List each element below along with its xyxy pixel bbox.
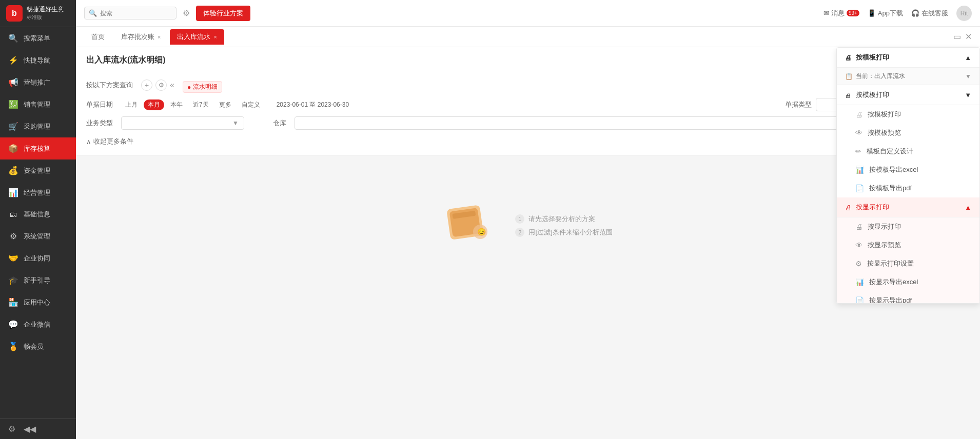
display-print-section-icon: 🖨	[845, 204, 852, 211]
inventory-icon: 📦	[8, 144, 18, 153]
display-excel-icon: 📊	[855, 278, 864, 286]
template-print-item[interactable]: 🖨 按模板打印	[837, 105, 979, 124]
sidebar-item-marketing[interactable]: 📢 营销推广	[0, 71, 76, 93]
tab-flow-close[interactable]: ×	[213, 34, 217, 40]
date-opt-custom[interactable]: 自定义	[238, 99, 264, 110]
customer-service-btn[interactable]: 🎧 在线客服	[911, 9, 948, 18]
wechat-icon: 💬	[8, 320, 18, 329]
sidebar-item-label: 快捷导航	[24, 56, 50, 65]
date-opt-lastmonth[interactable]: 上月	[121, 99, 142, 110]
app-logo-icon: b	[6, 5, 23, 22]
page-title: 出入库流水(流水明细)	[86, 55, 166, 66]
app-badge: 标准版	[27, 14, 64, 21]
display-preview-item[interactable]: 👁 按显示预览	[837, 236, 979, 254]
sidebar-item-operations[interactable]: 📊 经营管理	[0, 182, 76, 204]
template-print-section-header[interactable]: 🖨 按模板打印 ▼	[837, 85, 979, 105]
chevron-down-icon: ▼	[965, 73, 971, 80]
print-section-icon: 🖨	[845, 91, 852, 99]
print-item-icon: 🖨	[855, 110, 863, 118]
template-preview-item[interactable]: 👁 按模板预览	[837, 124, 979, 142]
sidebar-item-label: 资金管理	[24, 166, 50, 175]
settings-bottom-icon[interactable]: ⚙	[8, 424, 15, 434]
tab-flow[interactable]: 出入库流水 ×	[170, 29, 224, 45]
voucher-type-label: 单据类型	[785, 100, 812, 109]
chevron-up-icon[interactable]: ▲	[965, 54, 971, 62]
sidebar-item-appstore[interactable]: 🏪 应用中心	[0, 291, 76, 313]
topbar-gear-icon[interactable]: ⚙	[183, 8, 190, 18]
sidebar-item-finance[interactable]: 💰 资金管理	[0, 159, 76, 182]
message-btn[interactable]: ✉ 消息 99+	[824, 9, 859, 18]
display-preview-icon: 👁	[855, 241, 863, 249]
topbar-right: ✉ 消息 99+ 📱 App下载 🎧 在线客服 Rit	[824, 6, 972, 21]
display-export-excel-item[interactable]: 📊 按显示导出excel	[837, 273, 979, 291]
sidebar-item-label: 采购管理	[24, 122, 50, 131]
collapse-icon: ∧	[86, 138, 91, 146]
current-template: 📋 当前：出入库流水 ▼	[837, 68, 979, 85]
sidebar-item-guide[interactable]: 🎓 新手引导	[0, 269, 76, 291]
sidebar-item-collab[interactable]: 🤝 企业协同	[0, 247, 76, 269]
collab-icon: 🤝	[8, 253, 18, 263]
tag-item-flow[interactable]: ● 流水明细	[183, 81, 222, 93]
restore-window-icon[interactable]: ▭	[953, 32, 961, 42]
search-box[interactable]: 🔍	[84, 7, 177, 19]
search-icon: 🔍	[8, 33, 18, 43]
date-opt-currentmonth[interactable]: 本月	[144, 99, 164, 110]
tag-filter: ● 流水明细	[183, 81, 222, 93]
sidebar-item-purchase[interactable]: 🛒 采购管理	[0, 115, 76, 137]
template-customize-item[interactable]: ✏ 模板自定义设计	[837, 142, 979, 161]
display-print-item[interactable]: 🖨 按显示打印	[837, 217, 979, 236]
user-avatar[interactable]: Rit	[956, 6, 972, 21]
operations-icon: 📊	[8, 188, 18, 197]
basic-icon: 🗂	[8, 210, 18, 219]
date-opt-currentyear[interactable]: 本年	[166, 99, 187, 110]
sidebar-item-search[interactable]: 🔍 搜索菜单	[0, 27, 76, 49]
tab-batch-close[interactable]: ×	[158, 34, 161, 40]
member-icon: 🏅	[8, 342, 18, 351]
date-filter-label: 单据日期	[86, 100, 113, 109]
display-print-settings-item[interactable]: ⚙ 按显示打印设置	[837, 254, 979, 273]
template-export-pdf-item[interactable]: 📄 按模板导出pdf	[837, 179, 979, 197]
sidebar-logo: b 畅捷通好生意 标准版	[0, 0, 76, 27]
guide-icon: 🎓	[8, 275, 18, 285]
biz-type-select[interactable]: ▼	[121, 116, 244, 130]
tab-batch[interactable]: 库存批次账 ×	[114, 29, 168, 45]
collapse-more-btn[interactable]: ∧ 收起更多条件	[86, 134, 133, 149]
filter-settings-icon[interactable]: ⚙	[155, 79, 167, 91]
display-print-section-header[interactable]: 🖨 按显示打印 ▲	[837, 197, 979, 217]
sales-icon: 💹	[8, 99, 18, 109]
sidebar-item-system[interactable]: ⚙ 系统管理	[0, 225, 76, 247]
section-chevron-up-icon: ▲	[965, 204, 971, 211]
tabs-right-controls: ▭ ✕	[953, 32, 972, 42]
date-options: 上月 本月 本年 近7天 更多 自定义	[121, 99, 264, 110]
sidebar-item-inventory[interactable]: 📦 库存核算	[0, 137, 76, 159]
date-opt-more[interactable]: 更多	[215, 99, 236, 110]
sidebar-item-label: 应用中心	[24, 298, 50, 307]
preview-item-icon: 👁	[855, 129, 863, 137]
filter-collapse-icon[interactable]: «	[170, 81, 174, 90]
empty-step-2: 2 用[过滤]条件来缩小分析范围	[515, 228, 612, 237]
appstore-icon: 🏪	[8, 297, 18, 307]
app-download-btn[interactable]: 📱 App下载	[868, 9, 903, 18]
display-export-pdf-item[interactable]: 📄 按显示导出pdf	[837, 291, 979, 304]
date-opt-last7[interactable]: 近7天	[189, 99, 213, 110]
date-range: 2023-06-01 至 2023-06-30	[277, 101, 349, 109]
sidebar-item-sales[interactable]: 💹 销售管理	[0, 93, 76, 115]
template-export-excel-item[interactable]: 📊 按模板导出excel	[837, 161, 979, 179]
sidebar-item-shortcut[interactable]: ⚡ 快捷导航	[0, 49, 76, 71]
tab-home[interactable]: 首页	[84, 29, 112, 45]
filter-add-btn[interactable]: +	[141, 79, 152, 91]
message-icon: ✉	[824, 9, 829, 17]
sidebar-item-wechat[interactable]: 💬 企业微信	[0, 313, 76, 335]
display-print-icon: 🖨	[855, 223, 863, 231]
industry-btn[interactable]: 体验行业方案	[196, 6, 250, 21]
search-input[interactable]	[100, 10, 162, 17]
system-icon: ⚙	[8, 231, 18, 241]
sidebar-item-label: 系统管理	[24, 232, 50, 241]
purchase-icon: 🛒	[8, 122, 18, 131]
sidebar-item-member[interactable]: 🏅 畅会员	[0, 335, 76, 357]
tag-icon: ●	[187, 84, 191, 91]
sidebar-item-basic[interactable]: 🗂 基础信息	[0, 204, 76, 225]
collapse-sidebar-icon[interactable]: ◀◀	[24, 424, 36, 434]
section-chevron-icon: ▼	[965, 91, 971, 99]
close-window-icon[interactable]: ✕	[965, 32, 972, 42]
